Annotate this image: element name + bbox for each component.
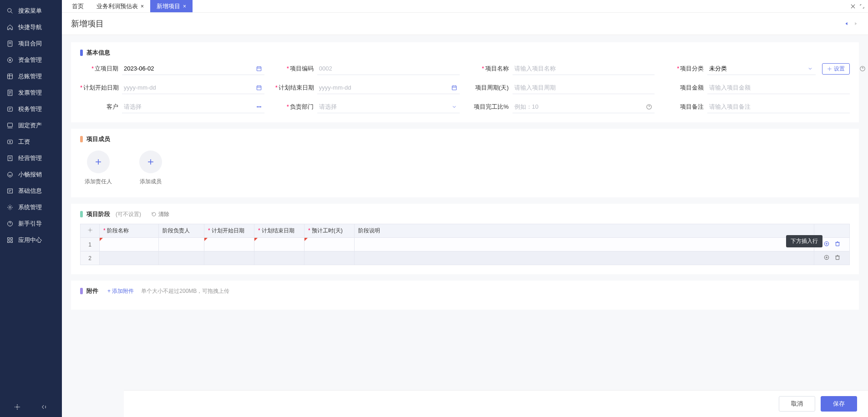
- progress-field: 项目完工比%: [471, 100, 655, 113]
- sidebar-item-tax[interactable]: 税务管理: [0, 101, 62, 117]
- cell-hours[interactable]: [305, 251, 355, 265]
- amount-input[interactable]: [707, 81, 850, 94]
- sidebar-item-funds[interactable]: 资金管理: [0, 52, 62, 68]
- svg-point-28: [16, 406, 18, 408]
- svg-rect-24: [8, 238, 10, 240]
- business-icon: [6, 155, 14, 162]
- svg-rect-27: [10, 241, 12, 242]
- sidebar-item-search[interactable]: 搜索菜单: [0, 3, 62, 19]
- expand-icon[interactable]: [858, 0, 866, 13]
- setup-date-input[interactable]: [122, 62, 264, 75]
- remark-input[interactable]: [707, 100, 850, 113]
- add-attachment-link[interactable]: + 添加附件: [107, 287, 134, 295]
- column-settings-icon[interactable]: [81, 224, 100, 238]
- cell-plan-start[interactable]: [204, 238, 254, 251]
- svg-line-1: [11, 12, 12, 13]
- close-all-tabs-button[interactable]: [849, 0, 857, 13]
- sidebar-item-apps[interactable]: 应用中心: [0, 232, 62, 248]
- table-row[interactable]: 2: [81, 251, 850, 265]
- chevron-down-icon[interactable]: [451, 103, 458, 111]
- money-icon: [6, 56, 14, 64]
- close-icon[interactable]: ×: [141, 3, 144, 10]
- svg-rect-26: [8, 241, 10, 242]
- category-input[interactable]: [707, 62, 816, 75]
- chevron-down-icon[interactable]: [807, 65, 814, 72]
- prev-record-button[interactable]: [843, 20, 850, 27]
- cell-desc[interactable]: [355, 251, 814, 265]
- sidebar-item-asset[interactable]: 固定资产: [0, 117, 62, 134]
- sidebar-item-system[interactable]: 系统管理: [0, 199, 62, 216]
- cell-stage-name[interactable]: [100, 251, 159, 265]
- name-input[interactable]: [513, 62, 655, 75]
- collapse-sidebar-icon[interactable]: [41, 403, 48, 411]
- cancel-button[interactable]: 取消: [779, 396, 815, 412]
- cell-plan-start[interactable]: [204, 251, 254, 265]
- dept-field: *负责部门: [275, 100, 460, 113]
- save-button[interactable]: 保存: [821, 396, 857, 412]
- members-panel: 项目成员 添加责任人 添加成员: [71, 129, 859, 197]
- tab-label: 首页: [72, 2, 84, 10]
- dept-input[interactable]: [317, 100, 460, 113]
- tab-new-project[interactable]: 新增项目 ×: [150, 0, 193, 12]
- svg-point-18: [8, 172, 13, 177]
- customer-field: 客户: [80, 100, 264, 113]
- category-settings-button[interactable]: 设置: [822, 63, 850, 75]
- next-record-button[interactable]: [853, 20, 859, 27]
- cell-stage-name[interactable]: [100, 238, 159, 251]
- plan-start-input[interactable]: [122, 81, 264, 94]
- expense-icon: [6, 171, 14, 178]
- period-input[interactable]: [513, 81, 655, 94]
- add-member-button[interactable]: 添加成员: [139, 151, 162, 186]
- field-label: 立项日期: [95, 65, 118, 72]
- cell-stage-owner[interactable]: [159, 251, 204, 265]
- settings-footer-icon[interactable]: [14, 403, 21, 411]
- cell-hours[interactable]: [305, 238, 355, 251]
- tab-profit-estimate[interactable]: 业务利润预估表 ×: [90, 0, 150, 12]
- col-hours: *预计工时(天): [305, 224, 355, 238]
- section-title: 附件: [86, 287, 98, 295]
- customer-input[interactable]: [122, 100, 264, 113]
- field-label: 负责部门: [290, 103, 314, 110]
- cell-desc[interactable]: [355, 238, 814, 251]
- info-icon: [6, 187, 14, 195]
- svg-point-45: [257, 106, 258, 107]
- calendar-icon[interactable]: [255, 84, 263, 91]
- cell-plan-end[interactable]: [254, 251, 305, 265]
- insert-row-below-button[interactable]: [823, 241, 830, 248]
- sidebar-item-expense[interactable]: 小畅报销: [0, 166, 62, 183]
- sidebar-item-contract[interactable]: 项目合同: [0, 35, 62, 52]
- cell-plan-end[interactable]: [254, 238, 305, 251]
- code-input[interactable]: [317, 62, 460, 75]
- help-icon[interactable]: [645, 103, 653, 111]
- progress-input[interactable]: [513, 100, 655, 113]
- cell-stage-owner[interactable]: [159, 238, 204, 251]
- svg-rect-37: [257, 86, 261, 90]
- sidebar-item-biz[interactable]: 经营管理: [0, 150, 62, 166]
- field-label: 项目名称: [485, 65, 509, 72]
- add-member-label: 添加成员: [140, 178, 162, 186]
- insert-row-below-button[interactable]: [823, 254, 830, 262]
- sidebar-item-quicknav[interactable]: 快捷导航: [0, 19, 62, 35]
- plan-end-input[interactable]: [317, 81, 460, 94]
- calendar-icon[interactable]: [451, 84, 458, 91]
- clear-stages-button[interactable]: 清除: [151, 211, 169, 218]
- more-icon[interactable]: [255, 103, 263, 111]
- sidebar-item-salary[interactable]: 工资: [0, 134, 62, 150]
- footer: 取消 保存: [124, 390, 868, 417]
- table-row[interactable]: 1: [81, 238, 850, 251]
- search-icon: [6, 7, 14, 15]
- help-icon[interactable]: [859, 65, 866, 72]
- calendar-icon[interactable]: [255, 65, 263, 72]
- close-icon[interactable]: ×: [183, 3, 186, 10]
- sidebar-item-guide[interactable]: 新手引导: [0, 216, 62, 232]
- delete-row-button[interactable]: [834, 241, 841, 248]
- delete-row-button[interactable]: [834, 254, 841, 262]
- sidebar-item-invoice[interactable]: 发票管理: [0, 85, 62, 101]
- add-owner-button[interactable]: 添加责任人: [85, 151, 112, 186]
- section-title: 基本信息: [86, 49, 110, 57]
- sidebar-item-info[interactable]: 基础信息: [0, 183, 62, 199]
- sidebar-item-ledger[interactable]: 总账管理: [0, 68, 62, 85]
- svg-point-14: [10, 141, 11, 143]
- tab-home[interactable]: 首页: [66, 0, 90, 12]
- stages-panel: 项目阶段 (可不设置) 清除 *阶段名称 阶段负责人: [71, 204, 859, 274]
